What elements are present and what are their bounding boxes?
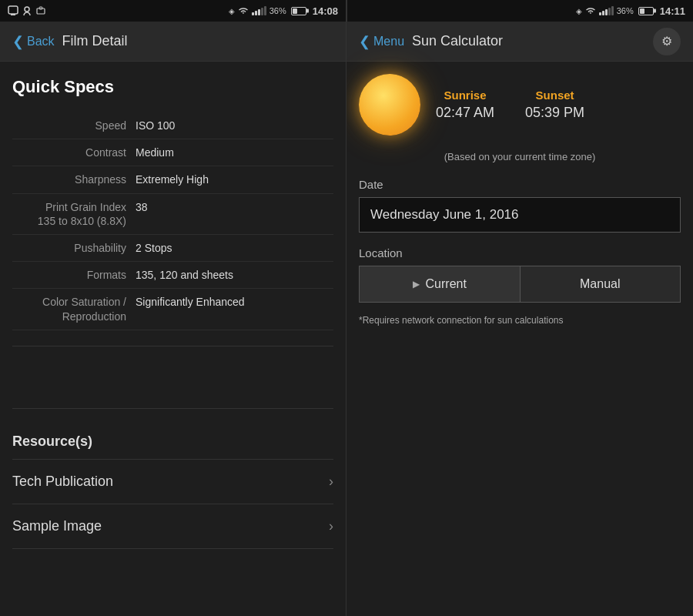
status-bar-left: ◈ 36% 14:08: [0, 0, 346, 22]
right-panel: ❮ Menu Sun Calculator ⚙ Sunrise 02:47 AM: [346, 22, 693, 616]
left-wifi-icon: [238, 7, 249, 15]
spec-value-contrast: Medium: [136, 146, 174, 159]
svg-rect-1: [11, 14, 15, 15]
footer-note: *Requires network connection for sun cal…: [359, 315, 681, 326]
spec-value-color: Significantly Enhanced: [136, 295, 245, 323]
spec-label-formats: Formats: [12, 268, 136, 282]
menu-button[interactable]: ❮ Menu: [359, 33, 404, 50]
date-field[interactable]: Wednesday June 1, 2016: [359, 197, 681, 233]
divider-1: [12, 346, 333, 346]
timezone-note: (Based on your current time zone): [359, 151, 681, 162]
spec-value-sharpness: Extremely High: [136, 172, 209, 186]
spec-label-speed: Speed: [12, 119, 136, 132]
sunrise-value: 02:47 AM: [436, 105, 494, 121]
resources-heading: Resource(s): [12, 424, 333, 460]
left-battery-percent: 36%: [270, 6, 286, 15]
date-label: Date: [359, 178, 681, 191]
status-bar-right: ◈ 36% 14:11: [346, 0, 693, 22]
back-chevron-icon: ❮: [12, 33, 24, 50]
tech-publication-item[interactable]: Tech Publication ›: [12, 460, 333, 504]
left-panel: ❮ Back Film Detail Quick Specs Speed ISO…: [0, 22, 346, 616]
left-battery-icon: [291, 7, 306, 15]
right-signal-bars: [599, 6, 614, 15]
left-location-icon: ◈: [229, 7, 235, 15]
play-icon: ▶: [413, 279, 420, 290]
right-nav-title: Sun Calculator: [412, 33, 503, 49]
manual-label: Manual: [580, 277, 620, 291]
spec-value-grain: 38: [136, 200, 148, 228]
sample-image-chevron-icon: ›: [329, 518, 333, 534]
spec-label-sharpness: Sharpness: [12, 172, 136, 186]
location-toggle: ▶ Current Manual: [359, 266, 681, 303]
quick-specs-heading: Quick Specs: [12, 77, 333, 97]
right-battery-icon: [638, 7, 654, 15]
menu-chevron-icon: ❮: [359, 33, 370, 50]
spec-value-formats: 135, 120 and sheets: [136, 268, 233, 282]
spec-row-pushability: Pushability 2 Stops: [12, 235, 333, 262]
manual-location-button[interactable]: Manual: [521, 266, 681, 302]
status-bar: ◈ 36% 14:08 ◈ 36% 14:11: [0, 0, 693, 22]
right-location-icon: ◈: [576, 7, 582, 15]
left-signal-bars: [252, 6, 266, 15]
current-location-button[interactable]: ▶ Current: [360, 266, 521, 302]
spec-label-color: Color Saturation /Reproduction: [12, 295, 136, 323]
left-time: 14:08: [313, 5, 338, 17]
left-nav-title: Film Detail: [62, 33, 128, 49]
spec-label-pushability: Pushability: [12, 241, 136, 255]
spec-label-contrast: Contrast: [12, 146, 136, 159]
current-label: Current: [426, 277, 467, 291]
right-wifi-icon: [585, 7, 596, 15]
spec-row-grain: Print Grain Index135 to 8x10 (8.8X) 38: [12, 194, 333, 235]
settings-icon: ⚙: [661, 34, 672, 49]
specs-table: Speed ISO 100 Contrast Medium Sharpness …: [12, 112, 333, 330]
spec-value-speed: ISO 100: [136, 119, 175, 132]
sunset-value: 05:39 PM: [525, 105, 584, 121]
spec-row-sharpness: Sharpness Extremely High: [12, 166, 333, 193]
sunrise-label: Sunrise: [444, 89, 487, 102]
right-content: Sunrise 02:47 AM Sunset 05:39 PM (Based …: [346, 62, 693, 616]
sunrise-group: Sunrise 02:47 AM: [436, 89, 494, 121]
right-time: 14:11: [660, 5, 685, 17]
sun-info-section: Sunrise 02:47 AM Sunset 05:39 PM: [359, 74, 681, 136]
spec-label-grain: Print Grain Index135 to 8x10 (8.8X): [12, 200, 136, 228]
spec-row-formats: Formats 135, 120 and sheets: [12, 262, 333, 289]
left-content: Quick Specs Speed ISO 100 Contrast Mediu…: [0, 62, 346, 616]
svg-rect-0: [8, 6, 18, 14]
spec-value-pushability: 2 Stops: [136, 241, 172, 255]
left-status-icons: [8, 5, 46, 16]
spec-row-contrast: Contrast Medium: [12, 139, 333, 166]
right-battery-percent: 36%: [617, 6, 634, 15]
back-button[interactable]: ❮ Back: [12, 33, 55, 50]
back-label: Back: [27, 35, 55, 49]
tech-publication-chevron-icon: ›: [329, 474, 333, 490]
sunset-label: Sunset: [536, 89, 574, 102]
left-nav-bar: ❮ Back Film Detail: [0, 22, 346, 62]
settings-button[interactable]: ⚙: [653, 28, 681, 55]
main-area: ❮ Back Film Detail Quick Specs Speed ISO…: [0, 22, 693, 616]
tech-publication-label: Tech Publication: [12, 474, 113, 490]
spec-row-color: Color Saturation /Reproduction Significa…: [12, 289, 333, 330]
spec-row-speed: Speed ISO 100: [12, 112, 333, 139]
sample-image-label: Sample Image: [12, 518, 102, 534]
right-nav-bar: ❮ Menu Sun Calculator ⚙: [346, 22, 693, 62]
menu-label: Menu: [373, 35, 404, 49]
sample-image-item[interactable]: Sample Image ›: [12, 504, 333, 549]
location-label: Location: [359, 246, 681, 259]
sunset-group: Sunset 05:39 PM: [525, 89, 584, 121]
divider-2: [12, 408, 333, 409]
svg-point-2: [25, 7, 29, 12]
sun-times: Sunrise 02:47 AM Sunset 05:39 PM: [436, 89, 584, 121]
sun-icon: [359, 74, 420, 136]
